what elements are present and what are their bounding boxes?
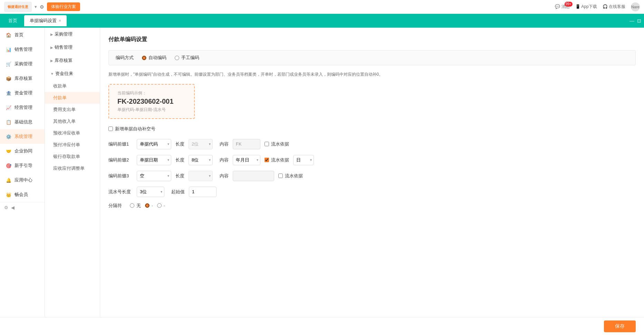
prefix3-len-wrap: ▾: [189, 171, 213, 181]
sep-dot-radio[interactable]: [145, 203, 150, 208]
nav-item-basic-info[interactable]: 📋 基础信息: [0, 115, 45, 129]
nav-item-operations[interactable]: 📈 经营管理: [0, 100, 45, 115]
nav-item-system[interactable]: ⚙️ 系统管理: [0, 129, 45, 144]
submenu-item-prepay-offset[interactable]: 预收冲应收单: [45, 127, 100, 139]
sep-none-radio[interactable]: [130, 203, 134, 208]
submenu-fund-title[interactable]: ▼ 资金往来: [45, 67, 100, 80]
start-value-input[interactable]: [189, 187, 217, 197]
logo: 畅捷通好生意: [4, 2, 32, 12]
purchase-icon: 🛒: [6, 61, 12, 67]
serial-len-row: 流水号长度 3位 ▾ 起始值: [108, 187, 636, 197]
dropdown-arrow[interactable]: ▾: [35, 4, 37, 9]
content-area: 付款单编码设置 编码方式 自动编码 手工编码 新增单据时，"单据编码"自动生成，…: [100, 28, 644, 317]
auto-encode-radio[interactable]: [142, 56, 146, 60]
prefix1-select-wrap: 单据代码 ▾: [137, 139, 171, 149]
prefix1-content-input: [233, 139, 260, 149]
submenu-group-fund: ▼ 资金往来 收款单 付款单 费用支出单 其他收入单 预收冲应收单 预付冲应付单…: [45, 67, 100, 174]
vip-icon: 👑: [6, 192, 12, 198]
serial-len-select[interactable]: 3位: [137, 187, 164, 197]
submenu-inventory-title[interactable]: ▶ 库存核算: [45, 54, 100, 67]
sep-dot2-option[interactable]: ·: [157, 203, 165, 208]
prefix2-content-select[interactable]: 年月日: [233, 155, 260, 165]
user-avatar[interactable]: Nare: [631, 2, 640, 11]
nav-item-sales[interactable]: 📊 销售管理: [0, 42, 45, 57]
prefix3-serial-checkbox[interactable]: [278, 174, 283, 178]
nav-item-inventory[interactable]: 📦 库存核算: [0, 71, 45, 86]
prefix1-select[interactable]: 单据代码: [137, 139, 171, 149]
prefix1-len-wrap: 2位 ▾: [189, 139, 213, 149]
prefix3-content-label: 内容: [220, 173, 229, 179]
manual-encode-radio[interactable]: [175, 56, 179, 60]
prefix3-row: 编码前缀3 空 ▾ 长度 ▾ 内容 流水依据: [108, 171, 636, 181]
left-nav: 🏠 首页 📊 销售管理 🛒 采购管理 📦 库存核算 🏦 资金管理 📈 经营管理 …: [0, 28, 45, 317]
prefix3-len-select[interactable]: [189, 171, 213, 181]
nav-item-cooperation[interactable]: 🤝 企业协同: [0, 144, 45, 158]
chevron-right-icon2: ▶: [50, 46, 53, 49]
prefix3-select[interactable]: 空: [137, 171, 171, 181]
nav-item-finance[interactable]: 🏦 资金管理: [0, 86, 45, 100]
sep-dot-option[interactable]: ·: [145, 203, 153, 208]
prefix2-len-select[interactable]: 8位: [189, 155, 213, 165]
basic-info-icon: 📋: [6, 119, 12, 125]
maximize-icon[interactable]: ⊡: [637, 18, 641, 24]
submenu-sales-title[interactable]: ▶ 销售管理: [45, 41, 100, 54]
operations-icon: 📈: [6, 104, 12, 111]
tab-encoding-settings[interactable]: 单据编码设置 ×: [24, 15, 67, 26]
nav-item-home[interactable]: 🏠 首页: [0, 28, 45, 42]
prefix2-label: 编码前缀2: [108, 157, 133, 163]
submenu-item-receipt[interactable]: 收款单: [45, 80, 100, 92]
prefix2-len-wrap: 8位 ▾: [189, 155, 213, 165]
online-service[interactable]: 🎧 在线客服: [603, 4, 625, 10]
top-bar: 畅捷通好生意 ▾ ⚙ 体验行业方案 💬 消息 99+ 📱 App下载 🎧 在线客…: [0, 0, 644, 14]
submenu-item-bank[interactable]: 银行存取款单: [45, 151, 100, 162]
submenu-item-adjustment[interactable]: 应收应付调整单: [45, 162, 100, 174]
submenu-purchase-title[interactable]: ▶ 采购管理: [45, 28, 100, 41]
prefix1-row: 编码前缀1 单据代码 ▾ 长度 2位 ▾ 内容 流水依据: [108, 139, 636, 149]
prefix3-serial-label[interactable]: 流水依据: [278, 173, 303, 179]
preview-box: 当前编码示例： FK-20230602-001 单据代码-单据日期-流水号: [108, 84, 195, 119]
prefix2-row: 编码前缀2 单据日期 ▾ 长度 8位 ▾ 内容 年月日 ▾: [108, 155, 636, 165]
separator-label: 分隔符: [108, 203, 126, 209]
manual-encode-option[interactable]: 手工编码: [175, 55, 199, 61]
chevron-right-icon: ▶: [50, 32, 53, 36]
prefix1-content-label: 内容: [220, 141, 229, 147]
nav-item-app-center[interactable]: 🔔 应用中心: [0, 173, 45, 187]
cooperation-icon: 🤝: [6, 148, 12, 154]
tab-home[interactable]: 首页: [3, 15, 23, 26]
prefix1-serial-checkbox[interactable]: [265, 142, 269, 146]
home-icon: 🏠: [6, 32, 12, 38]
sep-dot2-radio[interactable]: [157, 203, 162, 208]
prefix1-len-select[interactable]: 2位: [189, 139, 213, 149]
submenu-item-other-income[interactable]: 其他收入单: [45, 115, 100, 127]
submenu-item-advance-offset[interactable]: 预付冲应付单: [45, 139, 100, 151]
app-download[interactable]: 📱 App下载: [575, 4, 597, 10]
prefix2-serial-checkbox[interactable]: [265, 158, 269, 162]
minimize-icon[interactable]: —: [629, 18, 634, 24]
encoding-method-section: 编码方式 自动编码 手工编码: [108, 50, 636, 65]
sales-icon: 📊: [6, 46, 12, 53]
info-text: 新增单据时，"单据编码"自动生成，不可编辑。前缀设置为部门、业务员等档案类，开单…: [108, 71, 636, 78]
settings-gear-icon[interactable]: ⚙: [40, 4, 44, 10]
footer-settings-icon[interactable]: ⚙: [4, 205, 8, 210]
auto-fill-label[interactable]: 新增单据自动补空号: [108, 126, 155, 132]
prefix1-serial-label[interactable]: 流水依据: [265, 141, 289, 147]
prefix2-unit-select[interactable]: 日: [293, 155, 314, 165]
prefix2-select[interactable]: 单据日期: [137, 155, 171, 165]
prefix2-serial-label[interactable]: 流水依据: [265, 157, 289, 163]
tab-close-icon[interactable]: ×: [59, 18, 61, 23]
prefix3-label: 编码前缀3: [108, 173, 133, 179]
auto-encode-option[interactable]: 自动编码: [142, 55, 166, 61]
nav-item-guide[interactable]: 🎯 新手引导: [0, 158, 45, 173]
sep-none-option[interactable]: 无: [130, 203, 141, 209]
submenu-item-payment[interactable]: 付款单: [45, 92, 100, 104]
auto-fill-checkbox[interactable]: [108, 127, 113, 131]
auto-fill-row: 新增单据自动补空号: [108, 126, 636, 132]
nav-item-purchase[interactable]: 🛒 采购管理: [0, 57, 45, 71]
preview-code: FK-20230602-001: [117, 97, 186, 105]
nav-item-vip[interactable]: 👑 畅会员: [0, 187, 45, 202]
footer-collapse-icon[interactable]: ◀: [11, 205, 15, 210]
save-button[interactable]: 保存: [604, 320, 636, 332]
message-icon[interactable]: 💬 消息 99+: [555, 4, 569, 10]
submenu-item-expense[interactable]: 费用支出单: [45, 104, 100, 115]
trial-button[interactable]: 体验行业方案: [47, 2, 80, 11]
